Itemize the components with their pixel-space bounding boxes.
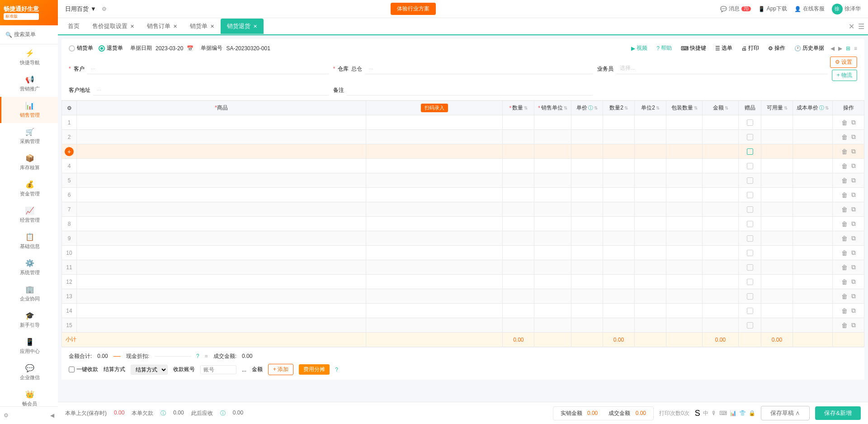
qty-cell[interactable] <box>503 173 534 188</box>
unit-cell-active[interactable] <box>534 144 571 159</box>
qty2-cell[interactable] <box>603 289 635 304</box>
unit-cell[interactable] <box>534 231 571 246</box>
tab-menu[interactable]: ☰ <box>858 22 864 31</box>
price-cell[interactable] <box>571 130 603 144</box>
unit-cell[interactable] <box>534 188 571 202</box>
delete-row-btn[interactable]: 🗑 <box>840 147 849 156</box>
product-cell[interactable] <box>77 275 366 289</box>
product-cell[interactable] <box>77 246 366 260</box>
qty2-cell[interactable] <box>603 202 635 217</box>
qty2-cell[interactable] <box>603 260 635 275</box>
cost-split-help[interactable]: ? <box>335 367 338 373</box>
settlement-select[interactable]: 结算方式 <box>131 365 168 375</box>
pkg-cell[interactable] <box>666 289 703 304</box>
qty-cell[interactable] <box>503 289 534 304</box>
gift-checkbox[interactable] <box>747 177 753 184</box>
unit-cell[interactable] <box>534 217 571 231</box>
gift-checkbox-active[interactable] <box>747 148 753 155</box>
experience-button[interactable]: 体验行业方案 <box>391 3 436 15</box>
sidebar-item-apps[interactable]: 📱 应用中心 <box>0 333 58 359</box>
gift-checkbox[interactable] <box>747 206 753 213</box>
icon2[interactable]: 🎙 <box>711 410 717 416</box>
product-cell[interactable] <box>77 202 366 217</box>
copy-row-btn[interactable]: ⧉ <box>850 219 857 229</box>
sidebar-item-basic[interactable]: 📋 基础信息 <box>0 228 58 254</box>
help-icon-totals[interactable]: ? <box>196 353 199 359</box>
qty-cell[interactable] <box>503 217 534 231</box>
unit-cell[interactable] <box>534 115 571 130</box>
settings-icon[interactable]: ⚙ <box>4 412 9 419</box>
delete-row-btn[interactable]: 🗑 <box>840 292 849 301</box>
one-click-checkbox[interactable] <box>69 367 75 372</box>
product-cell[interactable] <box>77 231 366 246</box>
nav-next-icon[interactable]: ▶ <box>838 45 842 52</box>
copy-row-btn[interactable]: ⧉ <box>850 205 857 214</box>
delete-row-btn[interactable]: 🗑 <box>840 306 849 315</box>
gift-checkbox[interactable] <box>747 119 753 126</box>
tab-home[interactable]: 首页 <box>61 19 86 34</box>
sidebar-item-inventory[interactable]: 📦 库存核算 <box>0 149 58 176</box>
sidebar-item-sales[interactable]: 📊 销售管理 <box>0 97 58 123</box>
qty-sort-icon[interactable]: ⇅ <box>524 105 528 110</box>
icon3[interactable]: ⌨ <box>719 410 727 416</box>
unit2-cell[interactable] <box>635 202 666 217</box>
qty-cell[interactable] <box>503 159 534 173</box>
copy-row-btn[interactable]: ⧉ <box>850 190 857 200</box>
breadcrumb-selector[interactable]: 日用百货 ▼ <box>65 5 96 13</box>
unit2-cell[interactable] <box>635 289 666 304</box>
qty-cell[interactable] <box>503 130 534 144</box>
copy-row-btn[interactable]: ⧉ <box>850 161 857 171</box>
unit-cell[interactable] <box>534 159 571 173</box>
sidebar-item-wechat[interactable]: 💬 企业微信 <box>0 359 58 386</box>
qty-cell[interactable] <box>503 246 534 260</box>
price-cell[interactable] <box>571 246 603 260</box>
pkg-cell[interactable] <box>666 130 703 144</box>
copy-row-btn[interactable]: ⧉ <box>850 147 857 156</box>
scan-button[interactable]: 扫码录入 <box>421 104 448 112</box>
gift-checkbox[interactable] <box>747 279 753 285</box>
qty2-cell[interactable] <box>603 275 635 289</box>
settings-gear-icon[interactable]: ⚙ <box>102 6 107 12</box>
qty-cell[interactable] <box>503 231 534 246</box>
qty-cell[interactable] <box>503 202 534 217</box>
online-service-button[interactable]: 👤 在线客服 <box>794 5 825 13</box>
price-cell-active[interactable] <box>571 144 603 159</box>
product-cell[interactable] <box>77 130 366 144</box>
gift-checkbox[interactable] <box>747 308 753 314</box>
delete-row-btn[interactable]: 🗑 <box>840 162 849 171</box>
price-cell[interactable] <box>571 173 603 188</box>
select-btn[interactable]: ☰ 选单 <box>712 43 735 53</box>
search-menu-button[interactable]: 🔍 搜索菜单 <box>4 29 54 40</box>
unit2-cell[interactable] <box>635 318 666 333</box>
delete-row-btn[interactable]: 🗑 <box>840 205 849 214</box>
delete-row-btn[interactable]: 🗑 <box>840 263 849 272</box>
cost-sort-icon[interactable]: ⇅ <box>825 105 829 110</box>
remark-input[interactable] <box>347 85 593 95</box>
qty2-cell[interactable] <box>603 188 635 202</box>
sidebar-item-quick-nav[interactable]: ⚡ 快捷导航 <box>0 44 58 71</box>
product-cell[interactable] <box>77 289 366 304</box>
price-cell[interactable] <box>571 202 603 217</box>
settings-button[interactable]: ⚙ 设置 <box>830 57 857 68</box>
qty-cell[interactable] <box>503 318 534 333</box>
radio-return[interactable]: 退货单 <box>99 44 123 52</box>
pkg-cell[interactable] <box>666 318 703 333</box>
pkg-cell[interactable] <box>666 231 703 246</box>
save-draft-button[interactable]: 保存草稿 ∧ <box>761 406 810 420</box>
product-cell[interactable] <box>77 159 366 173</box>
video-btn[interactable]: ▶ 视频 <box>628 43 650 53</box>
discount-input[interactable] <box>155 356 191 357</box>
view-grid-icon[interactable]: ⊞ <box>846 45 850 52</box>
cost-info-icon[interactable]: ⓘ <box>819 105 824 111</box>
unit-cell[interactable] <box>534 246 571 260</box>
product-cell[interactable] <box>77 173 366 188</box>
copy-row-btn[interactable]: ⧉ <box>850 262 857 272</box>
unit-cell[interactable] <box>534 304 571 318</box>
icon5[interactable]: 👕 <box>739 410 746 416</box>
price-cell[interactable] <box>571 260 603 275</box>
sidebar-item-newbie[interactable]: 🎓 新手引导 <box>0 307 58 333</box>
unit-cell[interactable] <box>534 289 571 304</box>
gift-checkbox[interactable] <box>747 163 753 169</box>
unit-cell[interactable] <box>534 130 571 144</box>
account-input[interactable] <box>200 365 236 374</box>
